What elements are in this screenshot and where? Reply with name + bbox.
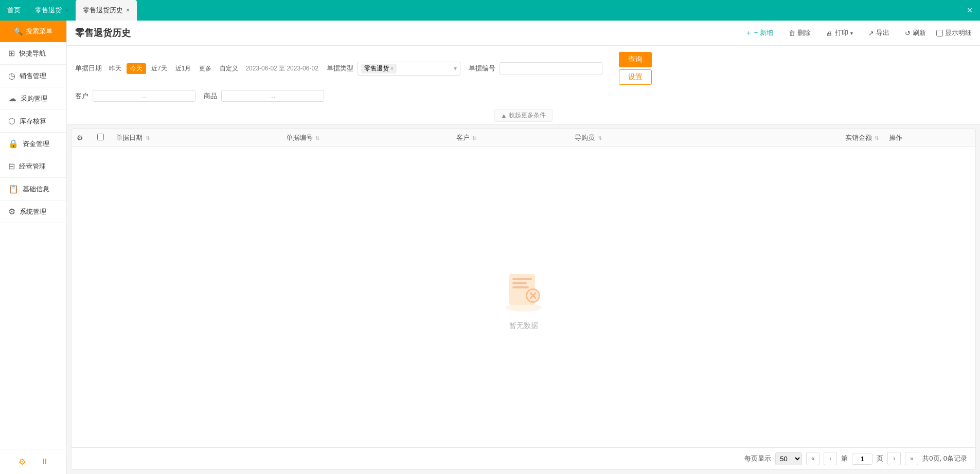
svg-rect-2	[512, 278, 532, 280]
last1month-btn[interactable]: 近1月	[172, 63, 194, 74]
empty-illustration	[498, 264, 549, 315]
page-unit: 页	[877, 454, 883, 463]
sidebar-item-sales-mgmt[interactable]: ◷ 销售管理	[0, 65, 66, 87]
query-button[interactable]: 查询	[619, 52, 652, 67]
total-info: 共0页, 0条记录	[922, 454, 967, 463]
col-no: 单据编号 ⇅	[281, 129, 451, 147]
doc-type-tag-close[interactable]: ×	[390, 65, 394, 71]
today-btn[interactable]: 今天	[127, 63, 146, 74]
sidebar-item-system-label: 系统管理	[20, 207, 46, 216]
settings-button[interactable]: 设置	[619, 69, 652, 85]
col-date: 单据日期 ⇅	[111, 129, 281, 147]
col-customer-sort-icon[interactable]: ⇅	[472, 135, 476, 141]
customer-filter-item: 客户 ...	[75, 90, 195, 102]
goods-filter-item: 商品 ...	[204, 90, 324, 102]
filter-area: 单据日期 昨天 今天 近7天 近1月 更多 自定义 2023-06-02 至 2…	[67, 46, 980, 124]
tab-retail-return-label: 零售退货	[35, 6, 62, 15]
header-actions: ＋ + 新增 🗑 删除 🖨 打印 ▾ ↗ 导出 ↺	[740, 26, 972, 40]
collapse-button[interactable]: ▲ 收起更多条件	[494, 109, 553, 122]
page-title: 零售退货历史	[75, 27, 131, 39]
col-date-sort-icon[interactable]: ⇅	[146, 135, 150, 141]
refresh-button[interactable]: ↺ 刷新	[900, 26, 931, 40]
date-label: 单据日期	[75, 64, 102, 73]
col-guide: 导购员 ⇅	[569, 129, 714, 147]
next-page-btn[interactable]: ›	[887, 452, 901, 465]
sidebar: 🔍 搜索菜单 ⊞ 快捷导航 ◷ 销售管理 ☁ 采购管理 ⬡ 库存核算 🔒 资金	[0, 21, 67, 474]
filter-row-1: 单据日期 昨天 今天 近7天 近1月 更多 自定义 2023-06-02 至 2…	[75, 52, 972, 85]
col-no-label: 单据编号	[286, 134, 313, 141]
table-area: ⚙ 单据日期 ⇅ 单据编号 ⇅	[71, 129, 976, 470]
show-detail-checkbox[interactable]	[936, 30, 943, 37]
tab-retail-return-history-label: 零售退货历史	[83, 6, 123, 15]
collapse-up-icon: ▲	[501, 112, 507, 119]
first-page-btn[interactable]: «	[806, 452, 819, 465]
date-filter-buttons: 昨天 今天 近7天 近1月 更多 自定义	[106, 63, 241, 74]
tab-retail-return-history[interactable]: 零售退货历史 ×	[76, 0, 137, 21]
col-guide-label: 导购员	[575, 134, 595, 141]
finance-icon: 🔒	[8, 139, 19, 149]
doc-type-select[interactable]: 零售退货 × ▾	[358, 62, 460, 76]
tab-home[interactable]: 首页	[0, 0, 28, 21]
col-amount-sort-icon[interactable]: ⇅	[875, 135, 879, 141]
sidebar-item-purchase-mgmt[interactable]: ☁ 采购管理	[0, 87, 66, 110]
sidebar-pause-btn[interactable]: ⏸	[35, 453, 54, 470]
search-icon: 🔍	[14, 27, 23, 35]
col-guide-sort-icon[interactable]: ⇅	[598, 135, 602, 141]
delete-button[interactable]: 🗑 删除	[783, 26, 816, 40]
goods-select-btn[interactable]: ...	[221, 90, 324, 102]
more-btn[interactable]: 更多	[196, 63, 215, 74]
inventory-icon: ⬡	[8, 116, 15, 126]
page-input[interactable]	[852, 453, 872, 465]
filter-row-2: 客户 ... 商品 ...	[75, 90, 972, 102]
tab-retail-return-history-close[interactable]: ×	[126, 7, 130, 14]
table-select-all-checkbox[interactable]	[97, 134, 104, 140]
col-no-sort-icon[interactable]: ⇅	[315, 135, 319, 141]
sales-mgmt-icon: ◷	[8, 71, 15, 81]
print-button[interactable]: 🖨 打印 ▾	[821, 26, 858, 40]
date-range-display: 2023-06-02 至 2023-06-02	[245, 64, 318, 73]
sidebar-item-purchase-label: 采购管理	[21, 94, 47, 103]
yesterday-btn[interactable]: 昨天	[106, 63, 124, 74]
sidebar-search-label: 搜索菜单	[26, 27, 52, 36]
new-button[interactable]: ＋ + 新增	[740, 26, 778, 40]
table-header-row: ⚙ 单据日期 ⇅ 单据编号 ⇅	[72, 129, 975, 147]
window-close-button[interactable]: ×	[959, 0, 980, 21]
svg-rect-3	[512, 282, 527, 284]
sidebar-bottom: ⚙ ⏸	[0, 449, 66, 474]
refresh-icon: ↺	[905, 29, 911, 37]
sidebar-item-basic-info[interactable]: 📋 基础信息	[0, 178, 66, 200]
tab-retail-return[interactable]: 零售退货 ×	[28, 0, 76, 21]
tab-retail-return-close[interactable]: ×	[65, 7, 68, 14]
col-amount: 实销金额 ⇅	[714, 129, 884, 147]
pagination-area: 每页显示 50 10 20 100 « ‹ 第 页 › » 共0页, 0条记录	[72, 447, 975, 469]
table-column-settings-icon[interactable]: ⚙	[77, 134, 83, 142]
table-settings-col: ⚙	[72, 129, 90, 147]
goods-label: 商品	[204, 92, 217, 101]
doc-no-filter-item: 单据编号	[469, 62, 602, 75]
page-label: 第	[841, 454, 848, 463]
show-detail-checkbox-label[interactable]: 显示明细	[936, 28, 972, 38]
sidebar-settings-btn[interactable]: ⚙	[13, 453, 31, 470]
per-page-label: 每页显示	[744, 454, 771, 463]
export-icon: ↗	[868, 29, 874, 37]
collapse-label: 收起更多条件	[509, 111, 546, 120]
custom-btn[interactable]: 自定义	[217, 63, 241, 74]
export-button[interactable]: ↗ 导出	[863, 26, 895, 40]
customer-select-btn[interactable]: ...	[93, 90, 195, 102]
per-page-select[interactable]: 50 10 20 100	[775, 452, 802, 465]
prev-page-btn[interactable]: ‹	[824, 452, 837, 465]
doc-no-input[interactable]	[500, 62, 602, 75]
sidebar-item-inventory[interactable]: ⬡ 库存核算	[0, 110, 66, 133]
sidebar-search-button[interactable]: 🔍 搜索菜单	[0, 21, 66, 42]
doc-type-arrow-icon: ▾	[454, 65, 457, 72]
last7days-btn[interactable]: 近7天	[148, 63, 170, 74]
sidebar-item-finance[interactable]: 🔒 资金管理	[0, 133, 66, 155]
last-page-btn[interactable]: »	[905, 452, 918, 465]
sidebar-item-system-mgmt[interactable]: ⚙ 系统管理	[0, 200, 66, 223]
page-header: 零售退货历史 ＋ + 新增 🗑 删除 🖨 打印 ▾ ↗ 导出	[67, 21, 980, 46]
sidebar-item-basic-info-label: 基础信息	[23, 185, 49, 194]
sidebar-item-operations[interactable]: ⊟ 经营管理	[0, 155, 66, 178]
empty-text: 暂无数据	[509, 321, 538, 331]
doc-type-filter-item: 单据类型 零售退货 × ▾	[327, 62, 460, 76]
sidebar-item-quick-nav[interactable]: ⊞ 快捷导航	[0, 42, 66, 65]
